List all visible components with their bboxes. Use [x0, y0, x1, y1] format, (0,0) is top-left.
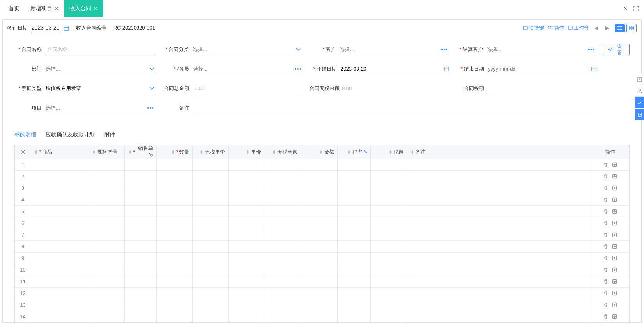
add-icon[interactable]	[612, 302, 617, 307]
cell-product[interactable]	[31, 182, 89, 194]
col-spec[interactable]: ▲▼规格型号	[89, 145, 125, 159]
cell-amt[interactable]	[301, 217, 338, 229]
cell-product[interactable]	[31, 194, 89, 205]
cell-spec[interactable]	[89, 159, 125, 170]
cell-unit[interactable]	[125, 206, 157, 217]
add-icon[interactable]	[612, 162, 617, 167]
col-price-nt[interactable]: ▲▼无税单价	[193, 145, 229, 159]
add-icon[interactable]	[612, 221, 617, 226]
cell-qty[interactable]	[157, 241, 193, 252]
cell-amt-nt[interactable]	[264, 288, 301, 299]
add-icon[interactable]	[612, 232, 617, 237]
cell-rate[interactable]	[338, 253, 371, 264]
ticket-type-input[interactable]	[46, 85, 155, 91]
cell-price-nt[interactable]	[193, 171, 229, 182]
add-icon[interactable]	[612, 291, 617, 296]
table-row[interactable]: 3	[15, 182, 629, 194]
cell-qty[interactable]	[157, 217, 193, 229]
cell-remark[interactable]	[407, 253, 591, 264]
cell-amt-nt[interactable]	[264, 206, 301, 217]
close-all-icon[interactable]: ✕	[622, 5, 628, 12]
delete-icon[interactable]	[603, 221, 608, 226]
cell-price[interactable]	[229, 182, 264, 194]
cell-qty[interactable]	[157, 288, 193, 299]
cell-unit[interactable]	[125, 253, 157, 264]
cell-amt-nt[interactable]	[264, 182, 301, 194]
start-date-input[interactable]	[341, 66, 450, 72]
chevron-down-icon[interactable]	[149, 67, 154, 71]
cell-amt-nt[interactable]	[264, 171, 301, 182]
cell-price[interactable]	[229, 288, 264, 299]
fullscreen-icon[interactable]	[633, 5, 639, 12]
cell-amt[interactable]	[301, 311, 338, 322]
more-icon[interactable]: •••	[147, 105, 154, 111]
cell-price[interactable]	[229, 159, 264, 170]
cell-rate[interactable]	[338, 264, 371, 276]
cell-rate[interactable]	[338, 288, 371, 299]
ticket-type-select[interactable]	[46, 83, 155, 94]
side-icon-1[interactable]	[635, 74, 644, 85]
cell-qty[interactable]	[157, 276, 193, 287]
cell-unit[interactable]	[125, 182, 157, 194]
department-input[interactable]	[46, 66, 155, 72]
add-icon[interactable]	[612, 256, 617, 261]
cell-amt[interactable]	[301, 253, 338, 264]
cell-unit[interactable]	[125, 171, 157, 182]
contract-name-input[interactable]	[46, 44, 154, 55]
department-select[interactable]	[46, 64, 155, 74]
col-remark[interactable]: ▲▼备注	[407, 145, 591, 159]
delete-icon[interactable]	[603, 302, 608, 307]
cell-price[interactable]	[229, 311, 264, 322]
cell-price[interactable]	[229, 194, 264, 205]
cell-qty[interactable]	[157, 194, 193, 205]
cell-product[interactable]	[31, 229, 89, 240]
cell-product[interactable]	[31, 299, 89, 311]
cell-qty[interactable]	[157, 171, 193, 182]
cell-rate[interactable]	[338, 182, 371, 194]
cell-spec[interactable]	[89, 288, 125, 299]
cell-rate[interactable]	[338, 206, 371, 217]
table-row[interactable]: 2	[15, 171, 629, 182]
cell-remark[interactable]	[407, 229, 591, 240]
cell-spec[interactable]	[89, 229, 125, 240]
cell-amt[interactable]	[301, 288, 338, 299]
cell-qty[interactable]	[157, 264, 193, 276]
cell-tax[interactable]	[371, 194, 407, 205]
tab-income-contract[interactable]: 收入合同 ✕	[64, 0, 103, 17]
cell-amt-nt[interactable]	[264, 299, 301, 311]
cell-price[interactable]	[229, 171, 264, 182]
add-icon[interactable]	[612, 174, 617, 179]
cell-amt-nt[interactable]	[264, 241, 301, 252]
cell-price-nt[interactable]	[193, 276, 229, 287]
cell-amt[interactable]	[301, 182, 338, 194]
cell-tax[interactable]	[371, 276, 407, 287]
cell-tax[interactable]	[371, 229, 407, 240]
cell-product[interactable]	[31, 276, 89, 287]
cell-price-nt[interactable]	[193, 159, 229, 170]
cell-remark[interactable]	[407, 288, 591, 299]
remark-input[interactable]	[193, 102, 591, 113]
delete-icon[interactable]	[603, 197, 608, 202]
nt-amount-input[interactable]	[341, 83, 450, 94]
cell-amt-nt[interactable]	[264, 159, 301, 170]
col-product[interactable]: ▲▼*商品	[31, 145, 89, 159]
side-icon-2[interactable]	[635, 86, 644, 97]
cell-qty[interactable]	[157, 299, 193, 311]
detail-tab-receivable[interactable]: 应收确认及收款计划	[46, 128, 95, 141]
cell-remark[interactable]	[407, 299, 591, 311]
cell-price[interactable]	[229, 229, 264, 240]
delete-icon[interactable]	[603, 162, 608, 167]
end-date-field[interactable]	[488, 64, 597, 74]
gear-column[interactable]	[15, 145, 31, 159]
cell-spec[interactable]	[89, 311, 125, 322]
cell-unit[interactable]	[125, 264, 157, 276]
cell-spec[interactable]	[89, 264, 125, 276]
calendar-icon[interactable]	[64, 25, 69, 31]
table-row[interactable]: 11	[15, 276, 629, 288]
cell-qty[interactable]	[157, 206, 193, 217]
cell-rate[interactable]	[338, 159, 371, 170]
add-icon[interactable]	[612, 244, 617, 249]
cell-price[interactable]	[229, 253, 264, 264]
cell-remark[interactable]	[407, 264, 591, 276]
more-icon[interactable]: •••	[441, 46, 448, 53]
